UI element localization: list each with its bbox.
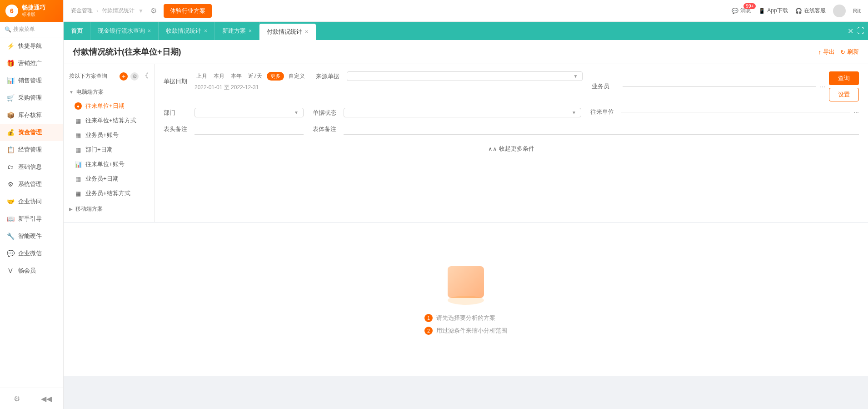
scheme-section-mobile-title[interactable]: ▶ 移动端方案 [64,202,154,216]
member-icon: V [6,267,15,275]
filter-row-1: 单据日期 上月 本月 本年 近7天 更多 自定义 20 [164,71,859,101]
sidebar-item-inventory[interactable]: 📦 库存核算 [0,106,63,124]
tab-receipts-close[interactable]: × [204,28,207,34]
guide-icon: 📖 [6,215,15,223]
scheme-item-staff-settle[interactable]: ▦ 业务员+结算方式 [64,186,154,201]
scheme-settings-btn[interactable]: ⚙ [130,72,139,81]
app-download-btn[interactable]: 📱 App下载 [758,7,788,15]
capital-icon: 💰 [6,128,15,136]
collapse-more-btn[interactable]: ∧∧ 收起更多条件 [488,141,534,157]
username-label: Rit [853,7,861,14]
sidebar-item-hardware[interactable]: 🔧 智能硬件 [0,227,63,245]
scheme-section-mobile-arrow: ▶ [69,207,73,212]
filter-row-3: 表头备注 表体备注 [164,124,859,135]
date-btn-last-month[interactable]: 上月 [195,71,209,81]
date-btn-more[interactable]: 更多 [267,72,284,81]
sidebar-settings-btn[interactable]: ⚙ [4,392,30,405]
topbar-down-icon[interactable]: ▼ [138,8,144,14]
tab-payments-close[interactable]: × [305,29,308,35]
scheme-item-label: 往来单位+日期 [85,102,125,110]
tab-new-scheme[interactable]: 新建方案 × [215,22,259,40]
refresh-btn[interactable]: ↻ 刷新 [840,48,859,56]
sidebar-item-capital[interactable]: 💰 资金管理 [0,124,63,141]
source-doc-select[interactable]: ▼ [347,71,583,81]
tab-payments[interactable]: 付款情况统计 × [259,24,316,40]
scheme-item-icon-staff-account: ▦ [75,131,82,139]
date-btn-custom[interactable]: 自定义 [287,71,307,81]
export-btn[interactable]: ↑ 导出 [818,48,835,56]
tab-maximize-btn[interactable]: ⛶ [857,27,864,35]
dept-chevron: ▼ [294,110,299,115]
tab-bank-flow-close[interactable]: × [148,28,151,34]
app-download-label: App下载 [767,7,788,15]
scheme-item-partner-account[interactable]: 📊 往来单位+账号 [64,157,154,172]
sidebar-item-quick-nav[interactable]: ⚡ 快捷导航 [0,37,63,55]
tab-receipts[interactable]: 收款情况统计 × [159,22,215,40]
sidebar-item-member[interactable]: V 畅会员 [0,262,63,279]
messages-btn[interactable]: 💬 消息 99+ [732,7,751,15]
page-header: 付款情况统计(往来单位+日期) ↑ 导出 ↻ 刷新 [64,40,868,64]
user-avatar[interactable] [833,5,846,17]
date-btn-7days[interactable]: 近7天 [246,71,264,81]
head-note-input[interactable] [195,124,304,135]
topbar-settings-icon[interactable]: ⚙ [147,5,160,17]
scheme-item-staff-account[interactable]: ▦ 业务员+账号 [64,128,154,142]
scheme-item-partner-date[interactable]: ● 往来单位+日期 [64,99,154,113]
filter-item-dept: 部门 ▼ [164,108,304,117]
trial-btn[interactable]: 体验行业方案 [164,4,212,18]
sidebar-item-wechat[interactable]: 💬 企业微信 [0,245,63,262]
sidebar-collapse-btn[interactable]: ◀◀ [34,392,60,405]
tab-bank-flow[interactable]: 现金银行流水查询 × [90,22,159,40]
dept-select[interactable]: ▼ [195,108,304,117]
sidebar-item-marketing[interactable]: 🎁 营销推广 [0,55,63,72]
sidebar-item-sales[interactable]: 📊 销售管理 [0,72,63,89]
body-note-input[interactable] [344,124,859,135]
scheme-item-staff-date[interactable]: ▦ 业务员+日期 [64,172,154,186]
step-1-text: 请先选择要分析的方案 [436,314,495,322]
date-btn-this-year[interactable]: 本年 [229,71,244,81]
sidebar-item-system[interactable]: ⚙ 系统管理 [0,176,63,193]
doc-date-label: 单据日期 [164,77,191,86]
sidebar-item-label: 经营管理 [18,146,42,154]
tabbar: 首页 现金银行流水查询 × 收款情况统计 × 新建方案 × 付款情况统计 × ✕… [64,22,868,40]
chevron-up-icon: ∧∧ [488,146,497,152]
filter-item-source-doc: 来源单据 ▼ [316,71,583,81]
scheme-add-btn[interactable]: + [120,72,128,81]
scheme-item-label: 业务员+结算方式 [85,189,130,197]
sidebar-item-label: 畅会员 [18,267,36,275]
sidebar-item-operation[interactable]: 📋 经营管理 [0,141,63,158]
cooperation-icon: 🤝 [6,197,15,206]
online-service-label: 在线客服 [804,7,826,15]
sidebar-item-purchase[interactable]: 🛒 采购管理 [0,89,63,106]
filter-settings-btn[interactable]: 设置 [829,88,859,101]
scheme-panel-label: 按以下方案查询 [69,72,107,80]
date-btn-this-month[interactable]: 本月 [212,71,226,81]
scheme-item-icon-dept-date: ▦ [75,146,82,153]
scheme-item-partner-settle[interactable]: ▦ 往来单位+结算方式 [64,113,154,128]
doc-status-label: 单据状态 [313,109,340,117]
scheme-item-dept-date[interactable]: ▦ 部门+日期 [64,142,154,157]
scheme-collapse-btn[interactable]: 《 [141,71,149,81]
tab-new-scheme-close[interactable]: × [249,28,252,34]
sidebar-brand: 畅捷通巧 标准版 [22,4,45,18]
partner-more-btn[interactable]: ··· [853,108,859,116]
tab-home[interactable]: 首页 [64,22,90,40]
sidebar-search-area[interactable]: 🔍 搜索菜单 [0,22,63,37]
doc-status-select[interactable]: ▼ [344,108,581,117]
sidebar-item-guide[interactable]: 📖 新手引导 [0,210,63,227]
sidebar-item-cooperation[interactable]: 🤝 企业协同 [0,193,63,210]
scheme-section-pc-title[interactable]: ▼ 电脑端方案 [64,86,154,99]
query-btn[interactable]: 查询 [829,71,859,85]
search-menu-trigger[interactable]: 🔍 搜索菜单 [5,25,59,33]
scheme-item-label: 部门+日期 [85,146,113,154]
scheme-section-mobile-label: 移动端方案 [75,205,103,213]
quick-nav-icon: ⚡ [6,42,15,50]
sidebar-item-label: 销售管理 [18,76,42,85]
staff-more-btn[interactable]: ··· [820,83,825,90]
sidebar-item-basic[interactable]: 🗂 基础信息 [0,158,63,176]
tab-close-all-btn[interactable]: ✕ [848,27,853,35]
inventory-icon: 📦 [6,111,15,119]
head-note-label: 表头备注 [164,125,191,133]
online-service-btn[interactable]: 🎧 在线客服 [795,7,826,15]
message-badge: 99+ [743,3,756,9]
